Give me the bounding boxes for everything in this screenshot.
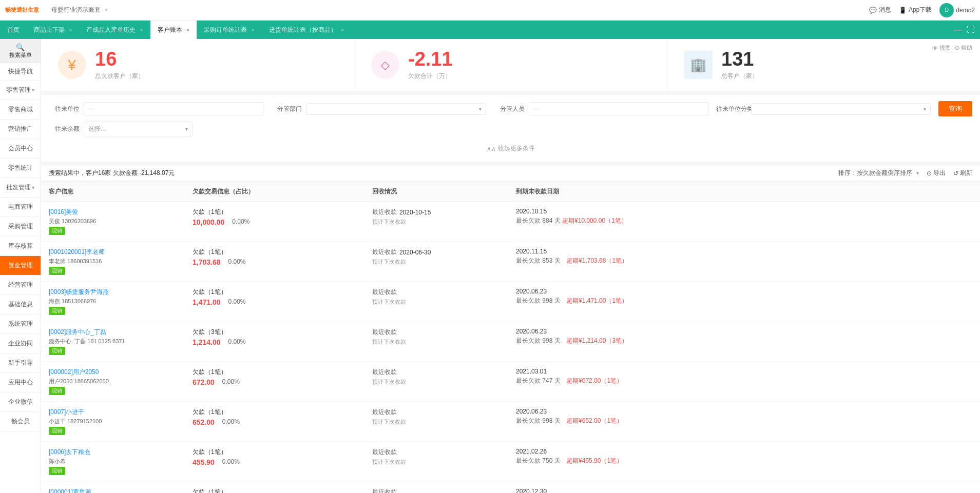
unit-category-select[interactable]: ▾ [751,103,931,115]
search-button[interactable]: 查询 [938,101,972,116]
recovery-row-0006: 最近收款 [372,448,516,457]
dept-select[interactable]: ▾ [306,103,486,115]
tab-customer-account[interactable]: 客户账本 × [150,21,197,39]
sidebar-item-retail-stats[interactable]: 零售统计 [0,159,41,178]
overdue-link-0016[interactable]: 超期¥10,000.00（1笔） [562,217,627,224]
sort-select[interactable]: 排序：按欠款金额倒序排序 ▾ [838,169,919,178]
overdue-link-00010200001[interactable]: 超期¥1,703.68（1笔） [566,257,628,264]
tab-bar: 首页 商品上下架 × 产成品入库单历史 × 客户账本 × 采购订单统计表 × 进… [0,21,980,39]
customer-name-0003[interactable]: [0003]畅捷服务尹海燕 [49,288,193,297]
top-right-area: 💬 消息 📱 App下载 D demo2 [869,3,975,17]
debt-percent-0006: 0.00% [222,458,240,465]
overdue-info-000002: 2021.03.01 最长欠款 747 天 超期¥672.00（1笔） [516,368,972,385]
app-download-button[interactable]: 📱 App下载 [899,6,932,14]
recovery-info-0006: 最近收款 预计下次收款 [372,448,516,466]
manager-input[interactable]: ··· [529,102,708,115]
sidebar-item-finance[interactable]: 资金管理 [0,256,41,275]
customer-name-000001[interactable]: [000001]黄思源 [49,488,193,493]
overdue-days-00010200001: 最长欠款 853 天 超期¥1,703.68（1笔） [516,257,972,265]
sidebar-item-operation[interactable]: 经营管理 [0,275,41,295]
sidebar-item-new-guide[interactable]: 新手引导 [0,353,41,373]
debt-info-00010200001: 欠款（1笔） 1,703.68 0.00% [193,248,372,266]
store-name-text: 母婴行业演示账套 [51,6,101,13]
debt-info-0016: 欠款（1笔） 10,000.00 0.00% [193,208,372,226]
sidebar-item-retail-mgmt[interactable]: 零售管理 ▾ [0,81,41,100]
customer-name-0006[interactable]: [0006]去下粮仓 [49,448,193,457]
export-button[interactable]: ⊙ 导出 [927,169,946,178]
tab-maximize-button[interactable]: ⛶ [967,25,975,34]
recovery-label-000002: 最近收款 [372,368,397,377]
col-header-debt: 欠款交易信息（占比） [193,187,372,196]
from-unit-input[interactable]: ··· [84,102,263,115]
help-link[interactable]: ⊙ 帮助 [955,44,972,52]
sidebar-item-search-menu[interactable]: 🔍 搜索菜单 [0,39,41,63]
tab-product-off-close[interactable]: × [69,27,72,33]
balance-select[interactable]: 选择... ▾ [84,122,193,136]
tab-product-history[interactable]: 产成品入库单历史 × [79,21,150,39]
username-label: demo2 [956,7,975,14]
customer-info-000001: [000001]黄思源 黄思源 13552700226 现销 [49,488,193,493]
sidebar-item-inventory[interactable]: 库存核算 [0,236,41,256]
customer-name-0002[interactable]: [0002]服务中心_丁磊 [49,328,193,337]
sidebar-item-enterprise-wechat[interactable]: 企业微信 [0,392,41,412]
collapse-button[interactable]: ∧∧ 收起更多条件 [49,142,972,155]
customer-name-000002[interactable]: [000002]用户2050 [49,368,193,377]
overdue-link-0002[interactable]: 超期¥1,214.00（3笔） [566,337,628,344]
sidebar-item-marketing[interactable]: 营销推广 [0,120,41,139]
overdue-days-text-0002: 最长欠款 998 天 [516,337,561,344]
sidebar-item-quick-nav[interactable]: 快捷导航 [0,63,41,81]
sidebar-item-member[interactable]: 会员中心 [0,139,41,159]
tab-customer-account-close[interactable]: × [186,27,189,33]
recovery-row-000001: 最近收款 [372,488,516,493]
help-icon: ⊙ [955,45,959,51]
tab-purchase-stats[interactable]: 进货单统计表（按商品） × [262,21,351,39]
customer-phone-0003: 海燕 18513066976 [49,298,193,305]
sidebar-item-vip[interactable]: 畅会员 [0,412,41,431]
customer-name-00010200001[interactable]: [0001020001]李老师 [49,248,193,257]
tab-purchase-order-close[interactable]: × [251,27,254,33]
tab-purchase-stats-label: 进货单统计表（按商品） [269,26,337,34]
recovery-date-0016: 2020-10-15 [399,209,431,216]
debt-info-0003: 欠款（1笔） 1,471.00 0.00% [193,288,372,306]
debt-count-0016: 欠款（1笔） [193,208,372,216]
refresh-button[interactable]: ↺ 刷新 [953,169,972,178]
yuan-icon: ¥ [58,51,86,79]
customer-tag-000002: 现销 [49,387,65,395]
customer-name-0007[interactable]: [0007]小进干 [49,408,193,417]
sidebar-item-ecommerce[interactable]: 电商管理 [0,198,41,217]
overdue-link-0007[interactable]: 超期¥652.00（1笔） [566,417,623,424]
sidebar-item-basic-info[interactable]: 基础信息 [0,295,41,314]
user-avatar-button[interactable]: D demo2 [939,3,975,17]
sort-chevron: ▾ [916,170,919,176]
overdue-link-0006[interactable]: 超期¥455.90（1笔） [566,457,623,464]
tab-product-off[interactable]: 商品上下架 × [27,21,79,39]
message-button[interactable]: 💬 消息 [869,6,891,14]
tab-purchase-order[interactable]: 采购订单统计表 × [197,21,261,39]
customer-phone-00010200001: 李老师 18600391516 [49,258,193,265]
sidebar-item-purchase[interactable]: 采购管理 [0,217,41,236]
customer-name-0016[interactable]: [0016]吴俊 [49,208,193,216]
recovery-info-0003: 最近收款 预计下次收款 [372,288,516,306]
filter-manager: 分管人员 ··· [494,102,708,115]
filter-dept: 分管部门 ▾ [271,103,486,115]
sidebar-item-retail-mall[interactable]: 零售商城 [0,100,41,120]
overdue-info-0002: 2020.06.23 最长欠款 998 天 超期¥1,214.00（3笔） [516,328,972,345]
app-download-label: App下载 [909,6,932,14]
view-link[interactable]: 👁 视图 [932,44,951,52]
tab-product-history-close[interactable]: × [140,27,143,33]
overdue-link-0003[interactable]: 超期¥1,471.00（1笔） [566,297,628,304]
overdue-link-000002[interactable]: 超期¥672.00（1笔） [566,377,623,384]
sidebar-item-app-center[interactable]: 应用中心 [0,373,41,392]
debt-count-0007: 欠款（1笔） [193,408,372,417]
tab-home[interactable]: 首页 [0,21,27,39]
sidebar-item-batch-mgmt[interactable]: 批发管理 ▾ [0,178,41,198]
logo-area: 畅捷通好生意 [5,7,46,13]
sidebar-item-enterprise[interactable]: 企业协同 [0,334,41,353]
manager-dots: ··· [533,105,540,112]
sidebar-item-system[interactable]: 系统管理 [0,314,41,334]
stat-info-debt-customers: 16 总欠款客户（家） [95,49,338,81]
overdue-days-0016: 最长欠款 884 天 超期¥10,000.00（1笔） [516,216,972,225]
total-customers-number: 131 [721,49,965,69]
tab-minimize-button[interactable]: — [954,25,963,34]
tab-purchase-stats-close[interactable]: × [341,27,344,33]
